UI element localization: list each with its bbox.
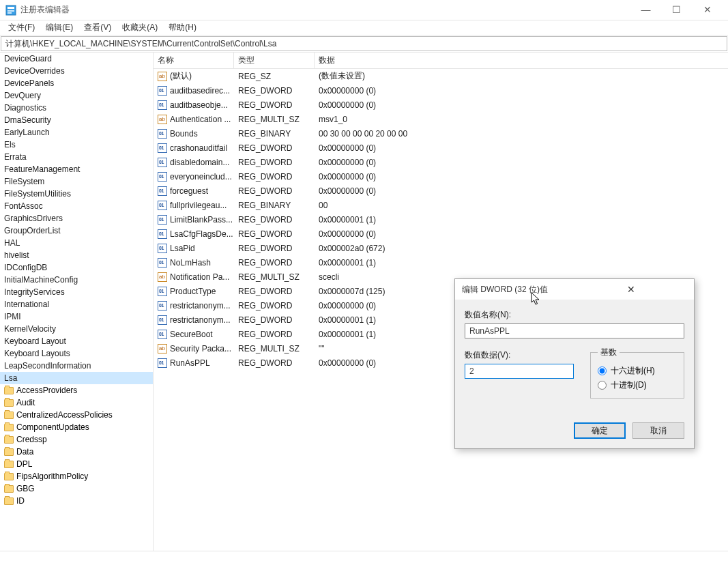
menu-favorites[interactable]: 收藏夹(A) — [117, 20, 163, 35]
tree-item[interactable]: Keyboard Layouts — [0, 347, 153, 360]
binary-value-icon — [158, 100, 167, 110]
folder-icon — [4, 485, 14, 493]
binary-value-icon — [158, 215, 167, 225]
tree-item[interactable]: HAL — [0, 237, 153, 249]
value-row[interactable]: everyoneinclud...REG_DWORD0x00000000 (0) — [154, 169, 728, 184]
tree-item[interactable]: IPMI — [0, 311, 153, 323]
list-header: 名称 类型 数据 — [154, 53, 728, 69]
tree-item[interactable]: DevQuery — [0, 89, 153, 102]
value-name-label: 数值名称(N): — [465, 309, 684, 321]
value-data-field[interactable] — [465, 364, 574, 379]
svg-rect-1 — [8, 7, 14, 9]
menu-view[interactable]: 查看(V) — [78, 20, 117, 35]
folder-icon — [4, 448, 14, 456]
tree-item[interactable]: FileSystemUtilities — [0, 188, 153, 200]
minimize-button[interactable]: — — [630, 0, 661, 20]
regedit-icon — [5, 5, 16, 16]
tree-subkey[interactable]: ID — [0, 495, 153, 507]
tree-item[interactable]: GroupOrderList — [0, 225, 153, 237]
binary-value-icon — [158, 287, 167, 296]
tree-item[interactable]: DeviceOverrides — [0, 65, 153, 77]
value-row[interactable]: fullprivilegeau...REG_BINARY00 — [154, 198, 728, 212]
value-name-field[interactable] — [465, 323, 684, 338]
close-button[interactable]: ✕ — [692, 0, 723, 20]
tree-item[interactable]: IDConfigDB — [0, 261, 153, 274]
tree-item[interactable]: Diagnostics — [0, 102, 153, 114]
tree-item[interactable]: IntegrityServices — [0, 286, 153, 298]
tree-item[interactable]: GraphicsDrivers — [0, 212, 153, 225]
value-row[interactable]: BoundsREG_BINARY00 30 00 00 00 20 00 00 — [154, 126, 728, 141]
tree-item[interactable]: EarlyLaunch — [0, 126, 153, 139]
tree-pane[interactable]: DeviceGuardDeviceOverridesDevicePanelsDe… — [0, 53, 154, 551]
maximize-button[interactable]: ☐ — [661, 0, 692, 20]
menu-help[interactable]: 帮助(H) — [163, 20, 202, 35]
value-row[interactable]: auditbasedirec...REG_DWORD0x00000000 (0) — [154, 83, 728, 98]
tree-subkey[interactable]: GBG — [0, 482, 153, 495]
folder-icon — [4, 497, 14, 505]
tree-h-scroll[interactable] — [0, 551, 154, 563]
value-row[interactable]: crashonauditfailREG_DWORD0x00000000 (0) — [154, 141, 728, 155]
value-data-label: 数值数据(V): — [465, 349, 574, 361]
value-row[interactable]: LimitBlankPass...REG_DWORD0x00000001 (1) — [154, 212, 728, 227]
titlebar: 注册表编辑器 — ☐ ✕ — [0, 0, 728, 20]
radio-dec[interactable]: 十进制(D) — [598, 379, 677, 391]
menu-bar: 文件(F) 编辑(E) 查看(V) 收藏夹(A) 帮助(H) — [0, 20, 728, 35]
tree-subkey[interactable]: AccessProviders — [0, 384, 153, 396]
tree-item[interactable]: Keyboard Layout — [0, 335, 153, 347]
binary-value-icon — [158, 186, 167, 196]
cancel-button[interactable]: 取消 — [632, 422, 684, 439]
binary-value-icon — [158, 158, 167, 167]
tree-item[interactable]: DmaSecurity — [0, 114, 153, 126]
tree-subkey[interactable]: Credssp — [0, 433, 153, 446]
binary-value-icon — [158, 129, 167, 139]
svg-rect-2 — [8, 10, 14, 12]
col-type[interactable]: 类型 — [234, 53, 315, 68]
string-value-icon — [158, 344, 167, 353]
col-data[interactable]: 数据 — [315, 53, 728, 68]
binary-value-icon — [158, 201, 167, 210]
radio-hex-input[interactable] — [598, 366, 607, 375]
binary-value-icon — [158, 229, 167, 239]
string-value-icon — [158, 115, 167, 124]
tree-item-lsa[interactable]: Lsa — [0, 372, 153, 384]
value-row[interactable]: (默认)REG_SZ(数值未设置) — [154, 69, 728, 83]
tree-item[interactable]: DeviceGuard — [0, 53, 153, 65]
tree-item[interactable]: InitialMachineConfig — [0, 274, 153, 286]
col-name[interactable]: 名称 — [154, 53, 234, 68]
tree-item[interactable]: DevicePanels — [0, 77, 153, 89]
binary-value-icon — [158, 258, 167, 268]
value-row[interactable]: LsaPidREG_DWORD0x000002a0 (672) — [154, 241, 728, 255]
folder-icon — [4, 412, 14, 419]
value-row[interactable]: NoLmHashREG_DWORD0x00000001 (1) — [154, 255, 728, 270]
tree-item[interactable]: KernelVelocity — [0, 323, 153, 335]
tree-item[interactable]: hivelist — [0, 249, 153, 261]
value-row[interactable]: disabledomain...REG_DWORD0x00000000 (0) — [154, 155, 728, 169]
menu-file[interactable]: 文件(F) — [3, 20, 40, 35]
dialog-close-icon[interactable]: ✕ — [574, 284, 687, 295]
folder-icon — [4, 399, 14, 407]
tree-subkey[interactable]: ComponentUpdates — [0, 421, 153, 433]
value-row[interactable]: forceguestREG_DWORD0x00000000 (0) — [154, 184, 728, 198]
value-row[interactable]: Authentication ...REG_MULTI_SZmsv1_0 — [154, 112, 728, 126]
value-row[interactable]: auditbaseobje...REG_DWORD0x00000000 (0) — [154, 98, 728, 112]
tree-subkey[interactable]: DPL — [0, 458, 153, 470]
tree-item[interactable]: FeatureManagement — [0, 163, 153, 175]
radio-dec-input[interactable] — [598, 381, 607, 390]
menu-edit[interactable]: 编辑(E) — [40, 20, 78, 35]
value-row[interactable]: LsaCfgFlagsDe...REG_DWORD0x00000000 (0) — [154, 227, 728, 241]
tree-item[interactable]: Els — [0, 139, 153, 151]
tree-item[interactable]: Errata — [0, 151, 153, 163]
radio-hex[interactable]: 十六进制(H) — [598, 365, 677, 377]
tree-item[interactable]: FileSystem — [0, 175, 153, 188]
tree-subkey[interactable]: CentralizedAccessPolicies — [0, 409, 153, 421]
address-bar[interactable]: 计算机\HKEY_LOCAL_MACHINE\SYSTEM\CurrentCon… — [1, 36, 727, 51]
folder-icon — [4, 424, 14, 431]
string-value-icon — [158, 72, 167, 81]
tree-subkey[interactable]: Audit — [0, 396, 153, 409]
tree-item[interactable]: FontAssoc — [0, 200, 153, 212]
tree-item[interactable]: LeapSecondInformation — [0, 360, 153, 372]
tree-subkey[interactable]: FipsAlgorithmPolicy — [0, 470, 153, 482]
ok-button[interactable]: 确定 — [574, 422, 626, 439]
tree-item[interactable]: International — [0, 298, 153, 311]
tree-subkey[interactable]: Data — [0, 446, 153, 458]
